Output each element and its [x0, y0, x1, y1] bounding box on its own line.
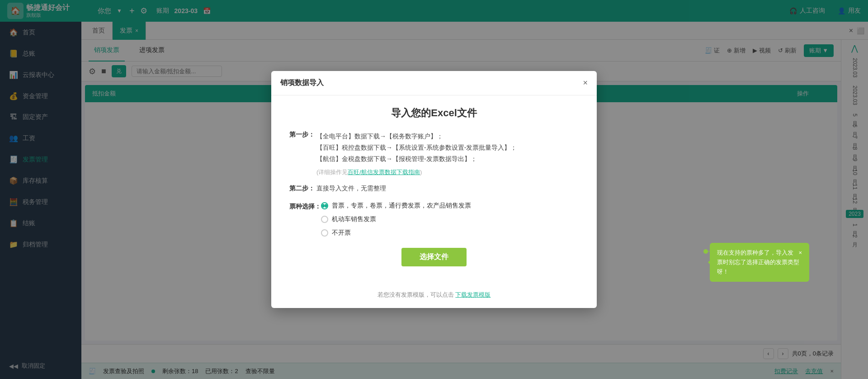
step1-line3: 【航信】金税盘数据下载→【报税管理-发票数据导出】； — [316, 153, 517, 165]
step1-line1: 【全电平台】数据下载→【税务数字账户】； — [316, 131, 517, 142]
step2-label: 第二步： — [289, 185, 316, 193]
modal-title: 销项数据导入 — [280, 78, 324, 88]
radio-1[interactable] — [321, 216, 328, 223]
ticket-option-0[interactable]: 普票，专票，卷票，通行费发票，农产品销售发票 — [321, 202, 471, 210]
download-template-link[interactable]: 下载发票模版 — [455, 291, 491, 298]
modal-header: 销项数据导入 × — [271, 71, 597, 95]
footer-text: 若您没有发票模版，可以点击 — [377, 291, 454, 298]
modal-body: 导入您的Excel文件 第一步： 【全电平台】数据下载→【税务数字账户】； 【百… — [271, 95, 597, 291]
guide-link[interactable]: 百旺/航信发票数据下载指南 — [348, 169, 420, 175]
step1-hint: (详细操作见百旺/航信发票数据下载指南) — [316, 167, 517, 177]
step1-line2: 【百旺】税控盘数据下载→【系统设置-系统参数设置-发票批量导入】； — [316, 142, 517, 153]
tooltip-text: 现在支持的票种多了，导入发票时别忘了选择正确的发票类型呀！ — [717, 249, 799, 275]
step1-label: 第一步： — [289, 131, 316, 175]
import-modal: 销项数据导入 × 导入您的Excel文件 第一步： 【全电平台】数据下载→【税务… — [271, 71, 597, 308]
step1-content: 【全电平台】数据下载→【税务数字账户】； 【百旺】税控盘数据下载→【系统设置-系… — [316, 131, 517, 177]
step2-row: 第二步： 直接导入文件，无需整理 — [289, 185, 579, 193]
step1-row: 第一步： 【全电平台】数据下载→【税务数字账户】； 【百旺】税控盘数据下载→【系… — [289, 131, 579, 177]
ticket-select-row: 票种选择： 普票，专票，卷票，通行费发票，农产品销售发票 机动车销售发票 — [289, 202, 579, 237]
ticket-label: 票种选择： — [289, 202, 321, 211]
radio-2[interactable] — [321, 229, 328, 237]
modal-footer: 若您没有发票模版，可以点击 下载发票模版 — [271, 291, 597, 308]
modal-close-btn[interactable]: × — [583, 78, 588, 88]
tooltip-bubble: × 现在支持的票种多了，导入发票时别忘了选择正确的发票类型呀！ — [710, 243, 809, 282]
ticket-option-1[interactable]: 机动车销售发票 — [321, 215, 471, 223]
import-title: 导入您的Excel文件 — [289, 106, 579, 120]
ticket-options: 普票，专票，卷票，通行费发票，农产品销售发票 机动车销售发票 不开票 — [321, 202, 471, 237]
radio-0[interactable] — [321, 202, 328, 209]
tooltip-close-icon[interactable]: × — [798, 248, 802, 258]
select-file-btn[interactable]: 选择文件 — [401, 248, 467, 266]
step2-content: 直接导入文件，无需整理 — [316, 185, 386, 193]
ticket-option-2[interactable]: 不开票 — [321, 229, 471, 237]
modal-overlay: 销项数据导入 × 导入您的Excel文件 第一步： 【全电平台】数据下载→【税务… — [0, 0, 868, 379]
